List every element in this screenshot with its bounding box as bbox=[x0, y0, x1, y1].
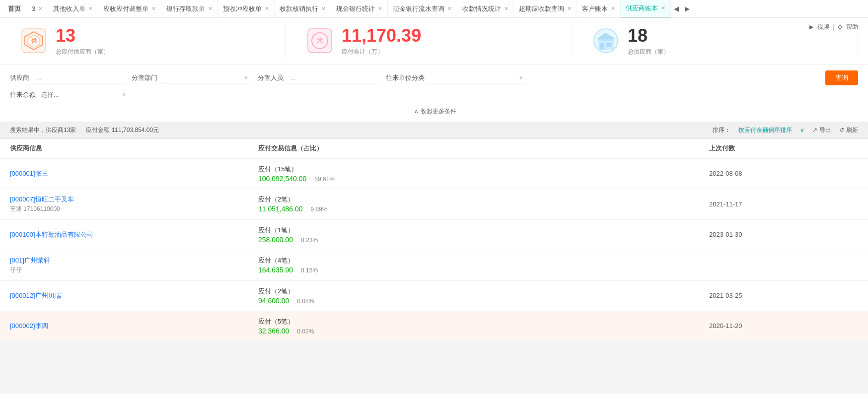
tx-label: 应付（15笔） bbox=[258, 165, 709, 174]
filter-area: 供应商 分管部门 ∨ 分管人员 往来单位分类 ∨ 查询 bbox=[0, 65, 868, 122]
help-link[interactable]: 帮助 bbox=[846, 23, 858, 31]
collapse-label: 收起更多条件 bbox=[421, 107, 456, 116]
table-row: [001]广州荣轩 仔仔 应付（4笔） 164,635.90 0.15% bbox=[0, 250, 868, 281]
collapse-bar[interactable]: ∧ 收起更多条件 bbox=[10, 104, 858, 116]
nav-tab-bank-deposit[interactable]: 银行存取款单 ✕ bbox=[161, 0, 218, 18]
tx-amount[interactable]: 94,600.00 bbox=[258, 297, 289, 305]
close-icon[interactable]: ✕ bbox=[321, 5, 326, 12]
filter-person: 分管人员 bbox=[258, 72, 378, 83]
col-lastpay-header: 上次付数 bbox=[709, 144, 858, 153]
nav-home[interactable]: 首页 bbox=[2, 0, 27, 18]
video-link[interactable]: 视频 bbox=[817, 23, 829, 31]
close-icon[interactable]: ✕ bbox=[151, 5, 156, 12]
balance-input[interactable] bbox=[41, 91, 122, 98]
supplier-link[interactable]: [000100]本特勤油品有限公司 bbox=[10, 231, 93, 238]
sort-arrow-icon[interactable]: ∨ bbox=[800, 127, 804, 133]
tx-amount[interactable]: 100,092,540.00 bbox=[258, 175, 306, 183]
header-right-links: ▶ 视频 ⊙ 帮助 bbox=[809, 23, 858, 31]
nav-tab-supplier-ledger[interactable]: 供应商账本 ✕ bbox=[621, 0, 671, 18]
nav-tab-ar-ap-adjust[interactable]: 应收应付调整单 ✕ bbox=[98, 0, 161, 18]
tx-label: 应付（5笔） bbox=[258, 317, 709, 326]
supplier-link[interactable]: [000007]恒旺二手叉车 bbox=[10, 196, 74, 203]
export-icon: ↗ bbox=[812, 127, 817, 133]
nav-tab-prepay[interactable]: 预收冲应收单 ✕ bbox=[218, 0, 275, 18]
dept-input[interactable] bbox=[162, 74, 244, 81]
tx-percent: 0.03% bbox=[297, 328, 314, 335]
tx-label: 应付（4笔） bbox=[258, 256, 709, 265]
person-input[interactable] bbox=[287, 72, 378, 83]
supplier-info: [000002]李四 bbox=[10, 322, 258, 330]
supplier-input[interactable] bbox=[32, 72, 124, 83]
supplier-link[interactable]: [000002]李四 bbox=[10, 322, 48, 329]
category-label: 往来单位分类 bbox=[386, 73, 425, 82]
payable-suppliers-icon: 供 bbox=[20, 27, 48, 55]
tx-percent: 89.61% bbox=[314, 176, 335, 183]
tx-amount[interactable]: 164,635.90 bbox=[258, 266, 293, 274]
nav-right-arrow[interactable]: ▶ bbox=[682, 0, 693, 18]
tx-amount[interactable]: 32,366.00 bbox=[258, 327, 289, 335]
table-row: [000001]张三 应付（15笔） 100,092,540.00 89.61%… bbox=[0, 159, 868, 189]
export-button[interactable]: ↗ 导出 bbox=[812, 126, 831, 134]
close-icon[interactable]: ✕ bbox=[611, 5, 615, 12]
dept-select[interactable]: ∨ bbox=[160, 72, 250, 83]
person-label: 分管人员 bbox=[258, 73, 284, 82]
payable-total-icon: 米 bbox=[306, 27, 334, 55]
stat-info-total: 11,170.39 应付合计（万） bbox=[342, 26, 421, 56]
supplier-link[interactable]: [000001]张三 bbox=[10, 170, 48, 177]
supplier-link[interactable]: [001]广州荣轩 bbox=[10, 257, 50, 264]
sort-value[interactable]: 按应付余额倒序排序 bbox=[738, 126, 792, 134]
tx-percent: 0.08% bbox=[297, 298, 314, 305]
close-icon[interactable]: ✕ bbox=[208, 5, 213, 12]
category-select[interactable]: ∨ bbox=[428, 72, 525, 83]
close-icon[interactable]: ✕ bbox=[88, 5, 93, 12]
nav-tab-cash-stats[interactable]: 现金银行统计 ✕ bbox=[331, 0, 388, 18]
tab-label: 应收应付调整单 bbox=[103, 4, 148, 13]
category-dropdown-arrow[interactable]: ∨ bbox=[519, 74, 523, 81]
nav-tab-3[interactable]: 3 ✕ bbox=[27, 0, 48, 18]
stat-info-total-suppliers: 18 总供应商（家） bbox=[628, 26, 669, 56]
close-icon[interactable]: ✕ bbox=[504, 5, 508, 12]
nav-tab-collection[interactable]: 收款核销执行 ✕ bbox=[275, 0, 331, 18]
table-row: [000012]广州贝瑞 应付（2笔） 94,600.00 0.08% 2021… bbox=[0, 281, 868, 311]
nav-tab-customer-ledger[interactable]: 客户账本 ✕ bbox=[577, 0, 621, 18]
close-icon[interactable]: ✕ bbox=[567, 5, 572, 12]
close-icon[interactable]: ✕ bbox=[378, 5, 382, 12]
tx-percent: 0.23% bbox=[301, 237, 318, 244]
nav-tab-overdue[interactable]: 超期应收款查询 ✕ bbox=[514, 0, 577, 18]
tab-label: 现金银行统计 bbox=[336, 4, 375, 13]
supplier-link[interactable]: [000012]广州贝瑞 bbox=[10, 292, 61, 299]
dept-dropdown-arrow[interactable]: ∨ bbox=[244, 74, 248, 81]
close-icon[interactable]: ✕ bbox=[661, 5, 665, 11]
nav-tab-cash-flow[interactable]: 现金银行流水查询 ✕ bbox=[388, 0, 457, 18]
filter-row-1: 供应商 分管部门 ∨ 分管人员 往来单位分类 ∨ 查询 bbox=[10, 70, 858, 85]
balance-select[interactable]: ∨ bbox=[39, 89, 128, 100]
close-icon[interactable]: ✕ bbox=[38, 5, 43, 12]
query-button[interactable]: 查询 bbox=[825, 70, 858, 85]
tab-label: 收款核销执行 bbox=[280, 4, 318, 13]
close-icon[interactable]: ✕ bbox=[447, 5, 452, 12]
payable-suppliers-count: 13 bbox=[56, 26, 109, 46]
refresh-icon: ↺ bbox=[839, 127, 844, 133]
col-supplier-header: 供应商信息 bbox=[10, 144, 258, 153]
results-summary: 搜索结果中，供应商13家 应付金额 111,703,854.00元 bbox=[10, 126, 159, 134]
tab-label: 超期应收款查询 bbox=[519, 4, 564, 13]
tab-label: 收款情况统计 bbox=[462, 4, 501, 13]
last-pay-date: 2022-08-08 bbox=[709, 170, 858, 177]
sort-label: 排序： bbox=[713, 126, 730, 134]
close-icon[interactable]: ✕ bbox=[265, 5, 269, 12]
refresh-button[interactable]: ↺ 刷新 bbox=[839, 126, 858, 134]
help-icon: ⊙ bbox=[838, 24, 842, 30]
balance-dropdown-arrow[interactable]: ∨ bbox=[122, 91, 126, 98]
category-input[interactable] bbox=[430, 74, 519, 81]
table-area: 供应商信息 应付交易信息（占比） 上次付数 [000001]张三 应付（15笔）… bbox=[0, 139, 868, 341]
nav-tab-collection-stats[interactable]: 收款情况统计 ✕ bbox=[457, 0, 514, 18]
tx-amount[interactable]: 11,051,486.00 bbox=[258, 205, 303, 213]
table-row: [000100]本特勤油品有限公司 应付（1笔） 258,000.00 0.23… bbox=[0, 220, 868, 250]
stat-card-payable-total: 米 11,170.39 应付合计（万） bbox=[296, 23, 572, 59]
filter-category: 往来单位分类 ∨ bbox=[386, 72, 525, 83]
supplier-info: [000001]张三 bbox=[10, 169, 258, 178]
filter-dept: 分管部门 ∨ bbox=[132, 72, 250, 83]
nav-left-arrow[interactable]: ◀ bbox=[671, 0, 682, 18]
nav-tab-other-income[interactable]: 其他收入单 ✕ bbox=[48, 0, 98, 18]
tx-amount[interactable]: 258,000.00 bbox=[258, 236, 293, 244]
